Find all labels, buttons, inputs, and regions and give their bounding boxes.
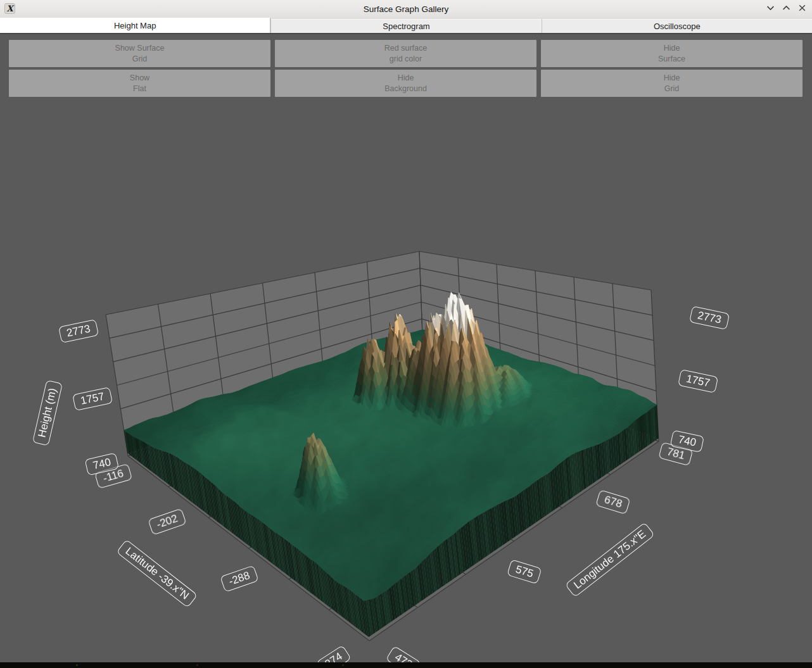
button-label: Background	[384, 84, 427, 94]
show-surface-grid-button[interactable]: Show Surface Grid	[9, 40, 270, 67]
button-label: Show	[130, 73, 149, 84]
hide-background-button[interactable]: Hide Background	[275, 70, 536, 97]
button-label: Red surface	[384, 43, 427, 54]
chevron-down-icon	[766, 3, 775, 15]
surface-grid-color-button[interactable]: Red surface grid color	[275, 40, 536, 67]
hide-surface-button[interactable]: Hide Surface	[541, 40, 802, 67]
button-label: Hide	[398, 73, 414, 84]
speck	[76, 664, 78, 666]
tabbar: Height Map Spectrogram Oscilloscope	[0, 18, 812, 33]
tab-spectrogram[interactable]: Spectrogram	[270, 19, 541, 33]
chevron-up-icon	[782, 3, 790, 15]
speck	[342, 664, 344, 666]
button-label: Hide	[664, 73, 680, 84]
button-label: grid color	[390, 54, 422, 65]
button-label: Show Surface	[115, 43, 165, 54]
close-icon	[798, 3, 806, 15]
button-label: Grid	[132, 54, 148, 65]
window-title: Surface Graph Gallery	[0, 0, 812, 18]
tab-oscilloscope[interactable]: Oscilloscope	[542, 19, 812, 33]
hide-grid-button[interactable]: Hide Grid	[541, 70, 802, 97]
button-label: Hide	[664, 43, 680, 54]
shade-window-button[interactable]	[765, 4, 776, 15]
maximize-button[interactable]	[781, 4, 792, 15]
tab-height-map[interactable]: Height Map	[0, 18, 270, 33]
titlebar: X Surface Graph Gallery	[0, 0, 812, 18]
button-label: Flat	[133, 84, 146, 94]
tabbar-bottom-edge	[0, 33, 812, 34]
window-controls	[765, 0, 808, 18]
bottom-strip	[0, 662, 812, 668]
toolbar: Show Surface Grid Red surface grid color…	[9, 40, 802, 97]
button-label: Surface	[658, 54, 685, 65]
show-flat-button[interactable]: Show Flat	[9, 70, 270, 97]
surface-plot-area: -11678127731757740Height (m)27731757740-…	[0, 98, 812, 662]
close-button[interactable]	[797, 4, 808, 15]
speck	[196, 664, 198, 666]
button-label: Grid	[664, 84, 680, 94]
